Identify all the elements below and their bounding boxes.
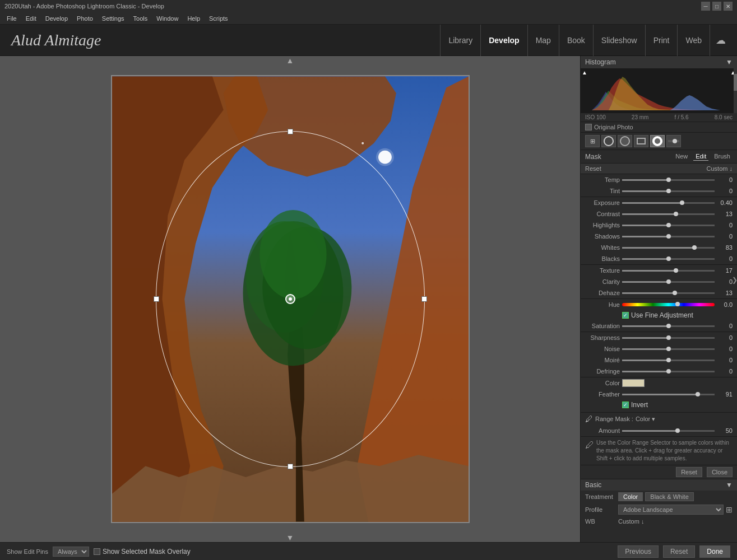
mask-reset-button[interactable]: Reset [676, 467, 702, 477]
handle-left[interactable] [154, 296, 159, 302]
tool-circle-dot-icon[interactable] [618, 135, 632, 147]
show-overlay-checkbox[interactable] [94, 548, 100, 555]
photo-top-expand-icon[interactable]: ▲ [286, 56, 294, 65]
profile-grid-icon[interactable]: ⊞ [726, 505, 733, 514]
basic-header[interactable]: Basic ▼ [581, 479, 737, 491]
saturation-label: Saturation [585, 323, 620, 329]
amount-slider[interactable] [622, 430, 715, 432]
original-photo-checkbox[interactable] [585, 124, 592, 130]
range-mask-type-select[interactable]: Color ▾ [636, 416, 655, 423]
titlebar-controls[interactable]: ─ □ ✕ [701, 2, 733, 11]
treatment-color-button[interactable]: Color [618, 492, 643, 501]
handle-top[interactable] [288, 129, 293, 134]
basic-title: Basic [585, 481, 601, 489]
reset-button[interactable]: Reset [663, 545, 695, 558]
texture-slider[interactable] [622, 270, 715, 272]
histogram-scrollbar[interactable] [734, 68, 737, 113]
dehaze-slider[interactable] [622, 292, 715, 294]
nav-book[interactable]: Book [559, 25, 594, 56]
range-mask-dropdown-icon[interactable]: ▾ [652, 416, 655, 422]
noise-value: 0 [717, 346, 733, 352]
menu-file[interactable]: File [2, 12, 21, 24]
menu-develop[interactable]: Develop [41, 12, 72, 24]
tint-slider[interactable] [622, 190, 715, 192]
treatment-bw-button[interactable]: Black & White [645, 492, 693, 501]
menu-photo[interactable]: Photo [72, 12, 98, 24]
cloud-icon[interactable]: ☁ [716, 34, 726, 46]
whites-slider[interactable] [622, 247, 715, 249]
photo-canvas [111, 75, 470, 523]
range-mask-label: Range Mask : [595, 416, 633, 422]
mask-brush-button[interactable]: Brush [712, 152, 733, 161]
mask-close-button[interactable]: Close [707, 467, 733, 477]
color-range-eyedropper-icon: 🖊 [585, 439, 594, 451]
contrast-slider[interactable] [622, 213, 715, 215]
tool-grid-icon[interactable]: ⊞ [585, 135, 600, 147]
eyedropper-range-icon[interactable]: 🖊 [585, 414, 593, 423]
clarity-slider[interactable] [622, 281, 715, 283]
mask-new-button[interactable]: New [673, 152, 690, 161]
always-select[interactable]: Always [53, 547, 89, 557]
tool-circle-outline-icon[interactable] [601, 135, 616, 147]
minimize-button[interactable]: ─ [701, 2, 710, 11]
mask-edit-button[interactable]: Edit [693, 152, 708, 161]
handle-right[interactable] [421, 296, 427, 302]
handle-bottom[interactable] [288, 464, 293, 469]
menu-edit[interactable]: Edit [21, 12, 41, 24]
right-panel-expand-icon[interactable]: ❯ [733, 276, 737, 284]
original-photo-label: Original Photo [594, 124, 633, 130]
menu-window[interactable]: Window [152, 12, 183, 24]
whites-label: Whites [585, 244, 620, 251]
center-pin[interactable] [285, 294, 295, 304]
shadows-slider[interactable] [622, 236, 715, 237]
previous-button[interactable]: Previous [618, 545, 659, 558]
nav-develop[interactable]: Develop [481, 25, 527, 56]
feather-slider[interactable] [622, 394, 715, 395]
photo-bottom-expand-icon[interactable]: ▼ [286, 533, 294, 542]
nav-print[interactable]: Print [646, 25, 678, 56]
nav-library[interactable]: Library [440, 25, 481, 56]
temp-label: Temp [585, 176, 620, 183]
profile-select[interactable]: Adobe Landscape [618, 505, 724, 515]
color-swatch[interactable] [622, 379, 645, 387]
texture-label: Texture [585, 267, 620, 274]
menu-help[interactable]: Help [183, 12, 205, 24]
custom-label: Custom ↓ [707, 165, 733, 172]
fine-adjustment-checkbox[interactable]: ✓ [622, 312, 629, 319]
shadow-clipping-icon[interactable]: ▲ [582, 69, 587, 75]
invert-checkbox[interactable]: ✓ [622, 402, 629, 408]
tool-circle-bold-icon[interactable] [650, 135, 665, 147]
basic-arrow-icon[interactable]: ▼ [726, 481, 733, 489]
shadows-value: 0 [717, 233, 733, 240]
done-button[interactable]: Done [699, 545, 730, 558]
close-button[interactable]: ✕ [724, 2, 733, 11]
temp-slider[interactable] [622, 179, 715, 181]
saturation-value: 0 [717, 323, 733, 329]
nav-map[interactable]: Map [528, 25, 559, 56]
maximize-button[interactable]: □ [712, 2, 721, 11]
wb-value[interactable]: Custom ↓ [618, 518, 644, 525]
histogram-header[interactable]: Histogram ▼ [581, 56, 737, 68]
blacks-slider[interactable] [622, 258, 715, 260]
menu-settings[interactable]: Settings [98, 12, 129, 24]
tool-slider-icon[interactable] [666, 135, 681, 147]
exposure-slider[interactable] [622, 202, 715, 204]
color-range-text: Use the Color Range Selector to sample c… [596, 439, 733, 463]
defringe-slider[interactable] [622, 371, 715, 372]
menu-tools[interactable]: Tools [129, 12, 152, 24]
reset-label[interactable]: Reset [585, 165, 601, 172]
custom-text[interactable]: Custom ↓ [707, 165, 733, 172]
svg-point-4 [259, 210, 326, 299]
nav-web[interactable]: Web [678, 25, 710, 56]
highlights-slider[interactable] [622, 225, 715, 226]
noise-slider[interactable] [622, 348, 715, 350]
sharpness-slider[interactable] [622, 337, 715, 339]
ellipse-mask[interactable] [156, 131, 425, 467]
tool-rect-icon[interactable] [634, 135, 648, 147]
nav-slideshow[interactable]: Slideshow [594, 25, 646, 56]
hue-slider[interactable] [622, 303, 715, 306]
menu-scripts[interactable]: Scripts [205, 12, 233, 24]
moire-slider[interactable] [622, 360, 715, 361]
histogram-arrow-icon[interactable]: ▼ [726, 58, 733, 66]
saturation-slider[interactable] [622, 325, 715, 327]
